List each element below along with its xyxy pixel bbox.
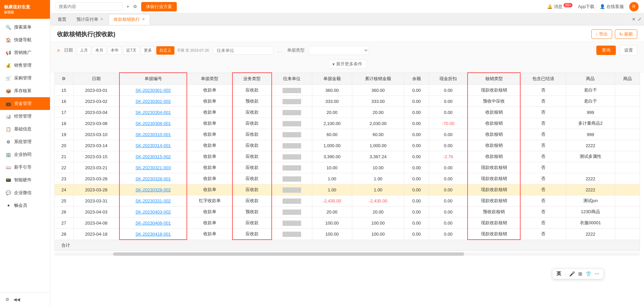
cell-goods2 <box>615 184 640 195</box>
voucher-link[interactable]: SK-20230301-002 <box>136 88 171 93</box>
cell-cumulative: 1.00 <box>352 173 404 184</box>
cell-voucher-type: 收款单 <box>187 140 233 151</box>
cell-include-settled: 否 <box>520 85 566 96</box>
filter-dots: ... <box>277 48 283 53</box>
voucher-link[interactable]: SK-20230321-003 <box>136 165 171 170</box>
cell-goods2 <box>615 151 640 162</box>
expand-more-btn[interactable]: ▾ 展开更多条件 <box>328 59 367 69</box>
sidebar-item-search[interactable]: 🔍 搜索菜单 <box>0 21 50 34</box>
voucher-link[interactable]: SK-20230403-002 <box>136 209 171 215</box>
cell-goods: 2222 <box>566 229 615 240</box>
maximize-icon[interactable]: ⤢ <box>638 17 641 22</box>
cell-biz-type: 应收款 <box>232 173 271 184</box>
app-version: 标推版 <box>4 10 30 15</box>
voucher-link[interactable]: SK-20230328-002 <box>136 187 171 192</box>
voucher-link[interactable]: SK-20230308-001 <box>136 121 171 126</box>
date-btn-last-month[interactable]: 上月 <box>77 46 91 55</box>
table-row: 18 2023-03-08 SK-20230308-001 收款单 应收款 ██… <box>55 118 640 129</box>
sidebar-item-finance[interactable]: 💼 资金管理 <box>0 97 50 110</box>
voucher-link[interactable]: SK-20230418-001 <box>136 232 171 237</box>
refresh-button[interactable]: ↻ 刷新 <box>615 29 637 39</box>
tab-prepay[interactable]: 预计应付单 ✕ <box>72 14 108 24</box>
sidebar-item-member[interactable]: ✦ 畅会员 <box>0 199 50 212</box>
cell-goods: 多计量商品2 <box>566 118 615 129</box>
cell-include-settled: 否 <box>520 206 566 218</box>
date-btn-more[interactable]: 更多 <box>141 46 155 55</box>
cell-cash-discount: 0.00 <box>429 96 468 107</box>
cell-date: 2023-04-03 <box>73 206 119 218</box>
industry-plan-button[interactable]: 体验行业方案 <box>141 2 177 11</box>
cell-cash-discount: -2.76 <box>429 151 468 162</box>
app-download-link[interactable]: App下载 <box>578 4 594 10</box>
cell-cash-discount: 0.00 <box>429 218 468 229</box>
voucher-type-select[interactable]: 收款单 红字收款单 <box>309 46 369 55</box>
sidebar-item-inventory[interactable]: 📦 库存核算 <box>0 84 50 97</box>
cell-date: 2023-03-28 <box>73 184 119 195</box>
sidebar-item-guide[interactable]: 📖 新手引导 <box>0 161 50 174</box>
col-setting[interactable]: ⚙ <box>55 73 73 85</box>
date-btn-7days[interactable]: 近7天 <box>123 46 140 55</box>
cell-balance: 0.00 <box>404 151 429 162</box>
sidebar-item-purchase[interactable]: 🛒 采购管理 <box>0 72 50 84</box>
sidebar-item-marketing[interactable]: 📢 营销推广 <box>0 46 50 59</box>
voucher-link[interactable]: SK-20230331-002 <box>136 198 171 203</box>
cell-partner: ██████ <box>272 118 312 129</box>
date-btn-this-month[interactable]: 本月 <box>92 46 106 55</box>
topbar-gear-icon[interactable]: ⚙ <box>133 4 137 9</box>
filter-setting-button[interactable]: 设置 <box>620 45 637 55</box>
date-btn-custom[interactable]: 自定义 <box>156 46 174 55</box>
cell-date: 2023-04-18 <box>73 229 119 240</box>
cell-date: 2023-03-10 <box>73 129 119 140</box>
cell-biz-type: 应收款 <box>232 107 271 118</box>
sidebar-item-wechat[interactable]: 💬 企业微信 <box>0 186 50 199</box>
tab-receipt[interactable]: 收款核销执行 ✕ <box>109 14 150 25</box>
close-all-icon[interactable]: ✕ <box>632 17 636 22</box>
sidebar-item-system[interactable]: ⚙ 系统管理 <box>0 135 50 148</box>
voucher-link[interactable]: SK-20230310-001 <box>136 132 171 137</box>
topbar-search-input[interactable] <box>56 2 123 11</box>
settings-icon[interactable]: ⚙ <box>5 297 9 302</box>
cell-date: 2023-03-14 <box>73 140 119 151</box>
message-icon[interactable]: 🔔 消息 99+ <box>547 3 573 10</box>
tab-receipt-close[interactable]: ✕ <box>142 17 145 21</box>
sidebar-item-nav[interactable]: 🏠 快捷导航 <box>0 34 50 46</box>
voucher-link[interactable]: SK-20230304-001 <box>136 110 171 115</box>
sidebar-item-operation[interactable]: 📊 经营管理 <box>0 110 50 123</box>
table-row: 21 2023-03-15 SK-20230315-002 收款单 应收款 ██… <box>55 151 640 162</box>
sidebar-item-company[interactable]: 🏢 企业协同 <box>0 148 50 161</box>
tab-home[interactable]: 首页 <box>53 14 71 24</box>
partner-filter-input[interactable] <box>213 46 273 55</box>
sidebar-item-hardware[interactable]: 📟 智能硬件 <box>0 174 50 186</box>
voucher-link[interactable]: SK-20230315-002 <box>136 154 171 159</box>
query-button[interactable]: 查询 <box>596 46 616 55</box>
tab-prepay-close[interactable]: ✕ <box>100 17 103 21</box>
cell-no: 23 <box>55 173 73 184</box>
ime-label[interactable]: 英 <box>556 271 561 277</box>
export-button[interactable]: ↑ 导出 <box>591 29 612 39</box>
ime-shirt-icon[interactable]: 👕 <box>586 271 591 277</box>
cell-voucher-no: SK-20230328-001 <box>119 173 186 184</box>
expand-arrow[interactable]: » <box>57 47 60 53</box>
ime-grid-icon[interactable]: ⊞ <box>578 271 582 277</box>
cell-goods: 2222 <box>566 184 615 195</box>
cell-goods2 <box>615 229 640 240</box>
voucher-link[interactable]: SK-20230302-002 <box>136 99 171 104</box>
cell-biz-type: 应收款 <box>232 85 271 96</box>
voucher-link[interactable]: SK-20230314-001 <box>136 143 171 148</box>
ime-apps-icon[interactable]: ⋯ <box>595 271 599 277</box>
collapse-icon[interactable]: ◀◀ <box>13 297 20 302</box>
cell-no: 26 <box>55 206 73 218</box>
topbar-dropdown-icon[interactable]: ▾ <box>127 4 129 9</box>
sidebar-item-sales[interactable]: 💰 销售管理 <box>0 59 50 72</box>
col-biz-type: 业务类型 <box>232 73 271 85</box>
cell-voucher-no: SK-20230321-003 <box>119 162 186 173</box>
sidebar-item-basic[interactable]: 📋 基础信息 <box>0 123 50 135</box>
cell-voucher-type: 收款单 <box>187 218 233 229</box>
date-btn-this-year[interactable]: 本年 <box>108 46 122 55</box>
voucher-link[interactable]: SK-20230408-001 <box>136 221 171 226</box>
voucher-link[interactable]: SK-20230328-001 <box>136 176 171 181</box>
cell-no: 28 <box>55 229 73 240</box>
online-service-link[interactable]: 👤 在线客服 <box>600 4 624 10</box>
ime-mic-icon[interactable]: 🎤 <box>569 271 575 277</box>
cell-voucher-no: SK-20230331-002 <box>119 195 186 206</box>
